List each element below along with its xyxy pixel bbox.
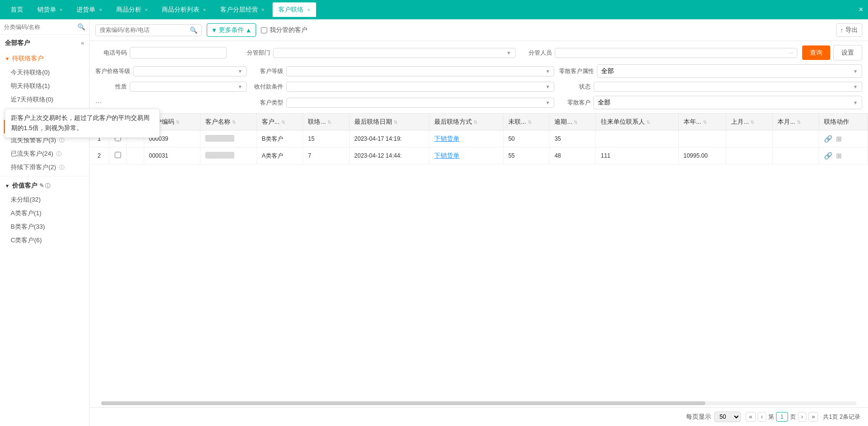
row2-settings: [126, 147, 144, 164]
row1-contact: 15: [303, 131, 350, 147]
tooltip-abnormal: 距客户上次交易时长，超过了此客户的平均交易周期的1.5倍，则视为异常。: [5, 109, 90, 138]
pending-group-arrow: ▼: [5, 56, 10, 61]
sidebar-item-ungrouped[interactable]: 未分组(32): [0, 193, 89, 206]
last-page-button[interactable]: »: [808, 412, 819, 422]
sidebar-search-icon[interactable]: 🔍: [77, 23, 85, 30]
row2-link-icon[interactable]: 🔗: [824, 152, 832, 160]
page-navigation: « ‹ 第 1 页 › »: [746, 412, 818, 422]
prev-page-button[interactable]: ‹: [758, 412, 766, 422]
row2-overdue: 48: [549, 147, 596, 164]
tab-analysis[interactable]: 商品分析 ×: [110, 2, 153, 17]
row1-name: [200, 131, 257, 147]
horizontal-scrollbar[interactable]: [101, 401, 856, 405]
row2-check[interactable]: [109, 147, 126, 164]
filter-dept: 分管部门 ▼: [239, 48, 516, 58]
sidebar-item-today[interactable]: 今天待联络(0): [0, 66, 89, 79]
filter-row-4: ··· 客户类型 ▼ 零散客户 全部 ▼: [95, 96, 862, 109]
sidebar-value-group-title[interactable]: ▼ 价值客户 ✎ ⓘ: [0, 178, 89, 193]
query-button[interactable]: 查询: [802, 45, 830, 60]
close-all-button[interactable]: ×: [859, 5, 863, 14]
close-tab-customer-layer[interactable]: ×: [261, 7, 264, 13]
sidebar-item-7days[interactable]: 近7天待联络(0): [0, 93, 89, 106]
col-header-type: 客户...⇅: [257, 114, 303, 131]
filter-my-customer[interactable]: 我分管的客户: [261, 26, 307, 34]
row1-lastmethod[interactable]: 下销货单: [429, 131, 503, 147]
next-page-button[interactable]: ›: [798, 412, 807, 422]
filter-retail-attr: 零散客户属性 全部 ▼: [559, 64, 862, 78]
col-header-lastdate: 最后联络日期⇅: [349, 114, 429, 131]
table-row: 1 000039 B类客户 15 2023-04-17 14:19: 下销货单 …: [90, 131, 868, 147]
sort-overdue-icon: ⇅: [574, 119, 578, 125]
close-tab-customer-contact[interactable]: ×: [307, 7, 310, 13]
close-tab-sales[interactable]: ×: [60, 7, 62, 13]
close-tab-analysis[interactable]: ×: [145, 7, 148, 13]
customer-type-select[interactable]: ▼: [286, 98, 555, 108]
sort-lastmethod-icon: ⇅: [473, 119, 477, 125]
tab-purchase[interactable]: 进货单 ×: [71, 2, 107, 17]
row2-grid-icon[interactable]: ⊞: [836, 152, 842, 160]
retail-select[interactable]: 全部 ▼: [594, 96, 862, 109]
phone-input[interactable]: [130, 47, 227, 59]
row1-unitcontact: [596, 131, 679, 147]
filter-more-conditions[interactable]: ▼ 更多条件 ▲: [207, 23, 256, 37]
customer-grade-select[interactable]: ▼: [286, 66, 555, 76]
tab-customer-layer[interactable]: 客户分层经营 ×: [214, 2, 270, 17]
close-tab-purchase[interactable]: ×: [99, 7, 102, 13]
payment-arrow: ▼: [545, 84, 550, 89]
my-customer-checkbox[interactable]: [261, 27, 267, 33]
retail-attr-select[interactable]: 全部 ▼: [597, 64, 862, 78]
sort-contact-icon: ⇅: [327, 119, 331, 125]
row1-link-icon[interactable]: 🔗: [824, 135, 832, 143]
horizontal-scrollbar-area[interactable]: [90, 399, 868, 407]
col-header-action: 联络动作: [819, 114, 868, 131]
sidebar-item-tomorrow[interactable]: 明天待联络(1): [0, 79, 89, 93]
filter-search-icon[interactable]: 🔍: [190, 27, 198, 34]
sort-notcontacted-icon: ⇅: [528, 119, 532, 125]
tab-home[interactable]: 首页: [5, 2, 29, 17]
row2-thisyear: 10995.00: [678, 147, 726, 164]
status-select[interactable]: ▼: [594, 82, 862, 92]
sidebar-pending-group-title[interactable]: ▼ 待联络客户: [0, 51, 89, 66]
row2-code: 000031: [144, 147, 200, 164]
tab-sales[interactable]: 销货单 ×: [31, 2, 68, 17]
sidebar-item-class-a[interactable]: A类客户(1): [0, 206, 89, 220]
settings-button[interactable]: 设置: [833, 45, 862, 60]
sort-lastmonth-icon: ⇅: [750, 119, 754, 125]
filter-customer-type: 客户类型 ▼: [252, 98, 555, 108]
manager-select[interactable]: ···: [555, 48, 797, 58]
tab-analysis-list[interactable]: 商品分析列表 ×: [156, 2, 212, 17]
row1-thismonth: [772, 131, 819, 147]
value-group-info-icon: ⓘ: [45, 182, 50, 190]
gender-select[interactable]: ▼: [130, 82, 247, 92]
scrollbar-thumb[interactable]: [101, 401, 705, 405]
page-size-select[interactable]: 50 100 200: [714, 411, 741, 422]
current-page[interactable]: 1: [776, 412, 788, 422]
price-grade-select[interactable]: ▼: [133, 66, 247, 76]
row2-index: 2: [90, 147, 109, 164]
col-header-lastmethod: 最后联络方式⇅: [429, 114, 503, 131]
first-page-button[interactable]: «: [746, 412, 756, 422]
dept-select[interactable]: ▼: [273, 48, 516, 58]
sidebar-item-declining[interactable]: 持续下滑客户(2) ⓘ: [0, 161, 89, 174]
close-tab-analysis-list[interactable]: ×: [203, 7, 206, 13]
sidebar-item-class-c[interactable]: C类客户(6): [0, 234, 89, 247]
tab-customer-contact[interactable]: 客户联络 ×: [273, 2, 316, 17]
sidebar-search-bar: 🔍: [0, 19, 89, 35]
sidebar-collapse-button[interactable]: «: [81, 40, 84, 46]
row1-grid-icon[interactable]: ⊞: [836, 135, 842, 143]
row2-checkbox[interactable]: [115, 152, 121, 158]
filter-price-grade: 客户价格等级 ▼: [95, 66, 247, 76]
sidebar-item-class-b[interactable]: B类客户(33): [0, 220, 89, 234]
sidebar-search-input[interactable]: [4, 24, 77, 30]
value-group-edit-icon[interactable]: ✎: [39, 182, 44, 189]
filter-gender: 性质 ▼: [95, 82, 247, 92]
filter-search-input[interactable]: [100, 27, 187, 33]
more-dots[interactable]: ···: [95, 98, 102, 107]
row1-notcontacted: 50: [503, 131, 549, 147]
sidebar-item-churned[interactable]: 已流失客户(24) ⓘ: [0, 147, 89, 161]
row2-lastmethod[interactable]: 下销货单: [429, 147, 503, 164]
payment-select[interactable]: ▼: [286, 82, 555, 92]
export-button[interactable]: ↑ 导出: [836, 23, 863, 37]
row1-lastdate: 2023-04-17 14:19:: [349, 131, 429, 147]
sort-type-icon: ⇅: [281, 119, 285, 125]
